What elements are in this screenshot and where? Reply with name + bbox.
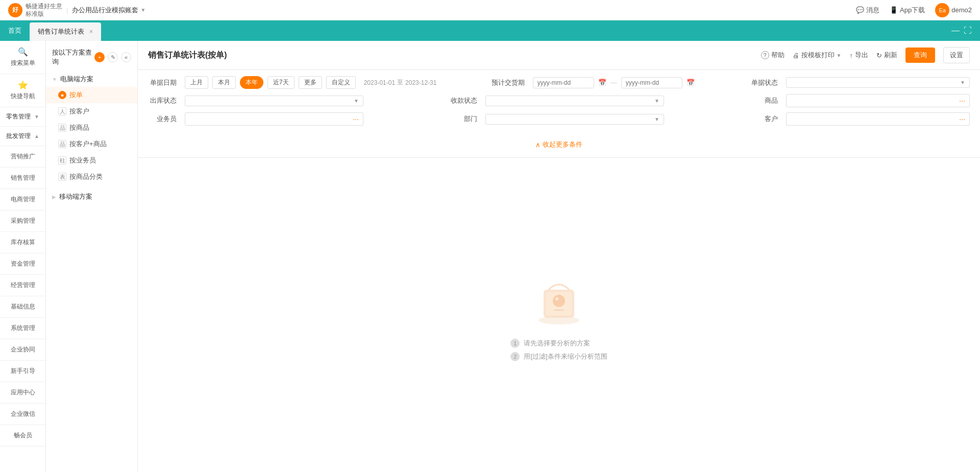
logo-text: 畅捷通好生意 标准版 bbox=[26, 3, 62, 17]
sidebar-item-ecommerce[interactable]: 电商管理 bbox=[0, 189, 45, 210]
sidebar-item-wholesale[interactable]: 批发管理 ▲ bbox=[0, 127, 45, 146]
sidebar-item-wechat[interactable]: 企业微信 bbox=[0, 404, 45, 425]
date-btn-more[interactable]: 更多 bbox=[299, 76, 322, 89]
collapse-button[interactable]: ∧ 收起更多条件 bbox=[535, 140, 582, 149]
refresh-button[interactable]: ↻ 刷新 bbox=[876, 51, 897, 60]
scheme-item-by-cust-prod[interactable]: 品 按客户+商品 bbox=[46, 136, 137, 152]
goods-dots-icon[interactable]: ··· bbox=[959, 97, 965, 105]
by-category-icon: 表 bbox=[58, 173, 66, 181]
scheme-edit-button[interactable]: ✎ bbox=[108, 52, 118, 62]
filter-row-1: 单据日期 上月 本月 本年 近7天 更多 自定义 2023-01-01 至 20… bbox=[148, 70, 970, 89]
scheme-pc-section: ▼ 电脑端方案 ● 按单 人 按客户 品 按商品 品 按客户+商品 bbox=[46, 69, 137, 187]
sidebar: 🔍 搜索菜单 ⭐ 快捷导航 零售管理 ▼ 批发管理 ▲ 营销推广 销售管理 电商… bbox=[0, 41, 46, 472]
scheme-add-button[interactable]: + bbox=[94, 52, 105, 62]
scheme-pc-toggle[interactable]: ▼ 电脑端方案 bbox=[46, 72, 137, 87]
user-menu[interactable]: Ea demo2 bbox=[935, 3, 972, 17]
by-salesperson-icon: 柱 bbox=[58, 156, 66, 164]
page-actions: ? 帮助 🖨 按模板打印 ▼ ↑ 导出 ↻ 刷新 bbox=[761, 47, 970, 63]
sidebar-item-system[interactable]: 系统管理 bbox=[0, 318, 45, 339]
query-button[interactable]: 查询 bbox=[905, 48, 935, 63]
sidebar-item-sales[interactable]: 销售管理 bbox=[0, 168, 45, 189]
payment-status-chevron-icon: ▼ bbox=[654, 98, 659, 104]
calendar-start-icon[interactable]: 📅 bbox=[598, 79, 606, 86]
delivery-status-label: 出库状态 bbox=[148, 96, 177, 105]
sidebar-item-search[interactable]: 🔍 搜索菜单 bbox=[0, 41, 45, 74]
top-bar-left: 好 畅捷通好生意 标准版 | 办公用品行业模拟账套 ▼ bbox=[8, 3, 145, 17]
tab-bar-right: — ⛶ bbox=[951, 26, 972, 35]
customer-select[interactable]: ··· bbox=[786, 112, 970, 126]
sidebar-item-basic[interactable]: 基础信息 bbox=[0, 296, 45, 318]
salesperson-select[interactable]: ··· bbox=[185, 112, 363, 126]
scheme-item-by-salesperson[interactable]: 柱 按业务员 bbox=[46, 152, 137, 169]
scheme-panel-icons: + ✎ « bbox=[94, 52, 131, 62]
sidebar-item-operations[interactable]: 经营管理 bbox=[0, 275, 45, 296]
svg-point-4 bbox=[555, 297, 558, 300]
settings-button[interactable]: 设置 bbox=[943, 47, 970, 63]
sidebar-item-apps[interactable]: 应用中心 bbox=[0, 382, 45, 404]
sidebar-item-quick-nav[interactable]: ⭐ 快捷导航 bbox=[0, 74, 45, 107]
date-btn-7days[interactable]: 近7天 bbox=[267, 76, 295, 89]
sidebar-item-finance[interactable]: 资金管理 bbox=[0, 253, 45, 275]
collapse-arrow-icon: ∧ bbox=[535, 141, 541, 149]
top-bar-right: 💬 消息 📱 App下载 Ea demo2 bbox=[856, 3, 972, 17]
app-download-button[interactable]: 📱 App下载 bbox=[890, 6, 925, 15]
export-button[interactable]: ↑ 导出 bbox=[850, 51, 869, 60]
filter-row-2: 出库状态 ▼ 收款状态 ▼ 商品 ··· bbox=[148, 94, 970, 107]
app-download-icon: 📱 bbox=[890, 6, 898, 14]
calendar-end-icon[interactable]: 📅 bbox=[687, 79, 695, 86]
empty-illustration bbox=[528, 269, 590, 331]
company-select[interactable]: 办公用品行业模拟账套 ▼ bbox=[72, 6, 145, 15]
tab-minimize-icon[interactable]: — bbox=[951, 26, 960, 35]
date-btn-last-month[interactable]: 上月 bbox=[185, 76, 208, 89]
filter-row-3: 业务员 ··· 部门 ▼ 客户 ··· bbox=[148, 112, 970, 132]
date-btn-custom[interactable]: 自定义 bbox=[326, 76, 356, 89]
date-buttons-group: 上月 本月 本年 近7天 更多 自定义 bbox=[185, 76, 356, 89]
salesperson-dots-icon[interactable]: ··· bbox=[353, 115, 359, 123]
sidebar-item-marketing[interactable]: 营销推广 bbox=[0, 146, 45, 168]
scheme-mobile-section: ▶ 移动端方案 bbox=[46, 187, 137, 206]
expected-delivery-end-input[interactable] bbox=[621, 77, 682, 88]
by-order-icon: ● bbox=[58, 91, 66, 99]
tab-home[interactable]: 首页 bbox=[0, 20, 30, 41]
scheme-item-by-product[interactable]: 品 按商品 bbox=[46, 120, 137, 136]
date-btn-this-year[interactable]: 本年 bbox=[240, 76, 263, 89]
department-select[interactable]: ▼ bbox=[485, 114, 664, 125]
svg-point-3 bbox=[553, 295, 565, 307]
logo-area: 好 畅捷通好生意 标准版 bbox=[8, 3, 62, 17]
delivery-status-chevron-icon: ▼ bbox=[354, 98, 359, 104]
message-button[interactable]: 💬 消息 bbox=[856, 6, 879, 15]
sidebar-item-inventory[interactable]: 库存核算 bbox=[0, 232, 45, 253]
sidebar-item-newbie[interactable]: 新手引导 bbox=[0, 361, 45, 382]
by-cust-prod-icon: 品 bbox=[58, 140, 66, 148]
refresh-icon: ↻ bbox=[876, 52, 882, 59]
goods-select[interactable]: ··· bbox=[786, 94, 970, 107]
expected-delivery-start-input[interactable] bbox=[533, 77, 594, 88]
scheme-collapse-button[interactable]: « bbox=[121, 52, 131, 62]
sidebar-item-retail[interactable]: 零售管理 ▼ bbox=[0, 107, 45, 127]
order-status-select[interactable]: ▼ bbox=[786, 77, 970, 88]
date-btn-this-month[interactable]: 本月 bbox=[212, 76, 236, 89]
mobile-section-chevron-icon: ▶ bbox=[52, 194, 56, 200]
scheme-item-by-category[interactable]: 表 按商品分类 bbox=[46, 169, 137, 185]
sidebar-item-enterprise[interactable]: 企业协同 bbox=[0, 339, 45, 361]
scheme-item-by-order[interactable]: ● 按单 bbox=[46, 87, 137, 103]
retail-chevron-icon: ▼ bbox=[34, 114, 39, 120]
template-print-button[interactable]: 🖨 按模板打印 ▼ bbox=[793, 51, 842, 60]
sidebar-item-member[interactable]: 畅会员 bbox=[0, 425, 45, 446]
sidebar-item-purchase[interactable]: 采购管理 bbox=[0, 210, 45, 232]
tab-maximize-icon[interactable]: ⛶ bbox=[964, 26, 972, 35]
scheme-item-by-customer[interactable]: 人 按客户 bbox=[46, 103, 137, 120]
help-button[interactable]: ? 帮助 bbox=[761, 51, 785, 60]
date-range-display: 2023-01-01 至 2023-12-31 bbox=[364, 78, 437, 87]
payment-status-select[interactable]: ▼ bbox=[485, 96, 664, 106]
scheme-mobile-toggle[interactable]: ▶ 移动端方案 bbox=[46, 189, 137, 204]
tab-close-icon[interactable]: × bbox=[89, 28, 93, 35]
export-icon: ↑ bbox=[850, 52, 853, 59]
help-icon: ? bbox=[761, 51, 769, 59]
tab-sales-order-stats[interactable]: 销售订单统计表 × bbox=[30, 22, 101, 41]
main-layout: 🔍 搜索菜单 ⭐ 快捷导航 零售管理 ▼ 批发管理 ▲ 营销推广 销售管理 电商… bbox=[0, 41, 980, 472]
customer-dots-icon[interactable]: ··· bbox=[959, 115, 965, 123]
empty-state: 1 请先选择要分析的方案 2 用[过滤]条件来缩小分析范围 bbox=[138, 158, 980, 472]
by-product-icon: 品 bbox=[58, 124, 66, 132]
delivery-status-select[interactable]: ▼ bbox=[185, 96, 363, 106]
